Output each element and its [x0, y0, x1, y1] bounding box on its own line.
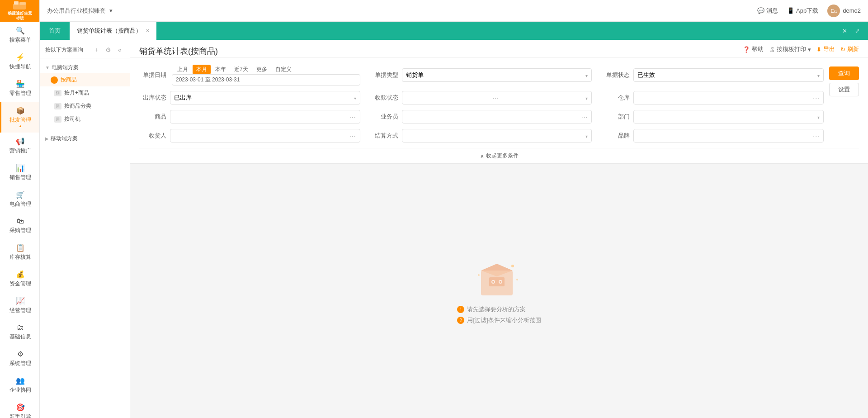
sidebar-item-guide[interactable]: 🎯 新手引导: [0, 399, 39, 418]
app-download-btn[interactable]: 📱 App下载: [787, 7, 818, 15]
doc-status-chevron: [817, 72, 820, 79]
receiver-label: 收货人: [139, 132, 166, 140]
sidebar-item-retail[interactable]: 🏪 零售管理: [0, 75, 39, 102]
doc-status-select[interactable]: 已生效: [633, 68, 824, 82]
receiver-field: 收货人: [139, 129, 360, 142]
filter-collapse-btn[interactable]: ∧ 收起更多条件: [139, 148, 859, 163]
svg-point-7: [511, 265, 514, 267]
date-prev-btn[interactable]: 上月: [174, 65, 192, 74]
date-range-display[interactable]: 2023-03-01 至 2023-03-31: [172, 74, 360, 86]
refresh-icon: ↻: [840, 46, 845, 53]
scheme-item-by-month-goods[interactable]: 囧 按月+商品: [40, 86, 130, 100]
warehouse-select[interactable]: [633, 91, 824, 104]
empty-box-svg: [472, 255, 526, 300]
sidebar-item-search[interactable]: 🔍 搜索菜单: [0, 22, 39, 48]
scheme-item-label: 按月+商品: [64, 89, 89, 97]
sidebar-item-label: 采购管理: [9, 227, 31, 234]
desktop-scheme-header[interactable]: ▼ 电脑端方案: [40, 62, 130, 73]
svg-marker-4: [481, 264, 513, 271]
app-name: 畅捷通好生意 标版: [8, 11, 32, 21]
sidebar-item-inventory[interactable]: 📋 库存核算: [0, 239, 39, 266]
out-status-select[interactable]: 已出库: [170, 91, 360, 104]
top-header: 办公用品行业模拟账套 ▾ 💬 消息 📱 App下载 Ea demo2: [40, 0, 868, 22]
sidebar-item-label: 资金管理: [9, 280, 31, 288]
date-control: 上月 本月 本年 近7天 更多 自定义 2023-03-01 至 2023-03…: [170, 65, 360, 86]
query-button[interactable]: 查询: [829, 66, 859, 80]
tab-close-icon[interactable]: ×: [146, 28, 149, 34]
home-tab-label: 首页: [49, 27, 61, 35]
sidebar-item-ecommerce[interactable]: 🛒 电商管理: [0, 186, 39, 213]
payment-status-select[interactable]: [402, 91, 592, 104]
help-btn[interactable]: ❓ 帮助: [743, 45, 764, 53]
doc-type-control: 销货单: [402, 68, 592, 82]
filter-panel: 按以下方案查询 + ⚙ « ▼ 电脑端方案 按商品 囧 按月+: [40, 40, 130, 418]
date-custom-btn[interactable]: 自定义: [272, 65, 295, 74]
sidebar-item-collab[interactable]: 👥 企业协同: [0, 372, 39, 399]
salesperson-select[interactable]: [402, 110, 592, 124]
sidebar-item-basic-info[interactable]: 🗂 基础信息: [0, 319, 39, 345]
tab-active[interactable]: 销货单统计表（按商品） ×: [70, 22, 156, 40]
scheme-item-by-driver[interactable]: 回 按司机: [40, 113, 130, 126]
goods-select[interactable]: [170, 110, 360, 124]
settlement-chevron: [585, 133, 588, 139]
sidebar-item-marketing[interactable]: 📢 营销推广: [0, 133, 39, 159]
scheme-item-label: 按商品分类: [64, 102, 91, 110]
sidebar-item-system[interactable]: ⚙ 系统管理: [0, 345, 39, 372]
settlement-select[interactable]: [402, 129, 592, 142]
date-week-btn[interactable]: 近7天: [231, 65, 252, 74]
out-status-label: 出库状态: [139, 94, 166, 102]
svg-point-9: [516, 279, 518, 280]
message-btn[interactable]: 💬 消息: [757, 7, 778, 15]
tab-home[interactable]: 首页: [40, 22, 70, 40]
payment-chevron: [585, 95, 588, 101]
filter-panel-header: 按以下方案查询 + ⚙ «: [40, 40, 130, 58]
setting-button[interactable]: 设置: [829, 83, 859, 96]
tab-close-window-btn[interactable]: ✕: [839, 25, 850, 36]
settlement-field: 结算方式: [371, 129, 592, 142]
page-header-actions: ❓ 帮助 🖨 按模板打印 ▾ ⬇ 导出 ↻ 刷新: [743, 45, 859, 57]
scheme-item-by-goods[interactable]: 按商品: [40, 73, 130, 86]
sidebar-item-wholesale[interactable]: 📦 批发管理 ▲: [0, 102, 39, 133]
scheme-settings-btn[interactable]: ⚙: [104, 45, 113, 54]
sidebar-item-finance[interactable]: 💰 资金管理: [0, 266, 39, 292]
sidebar-item-quick-nav[interactable]: ⚡ 快捷导航: [0, 48, 39, 75]
export-icon: ⬇: [816, 46, 821, 53]
department-field: 部门: [603, 110, 824, 124]
refresh-btn[interactable]: ↻ 刷新: [840, 45, 859, 53]
receiver-dots: [349, 132, 356, 139]
export-btn[interactable]: ⬇ 导出: [816, 45, 835, 53]
date-year-btn[interactable]: 本年: [212, 65, 230, 74]
tab-maximize-btn[interactable]: ⤢: [852, 25, 863, 36]
add-scheme-btn[interactable]: +: [92, 45, 101, 54]
date-field: 单据日期 上月 本月 本年 近7天 更多 自定义: [139, 65, 360, 86]
sidebar-item-sales[interactable]: 📊 销售管理: [0, 159, 39, 186]
empty-hints: 1 请先选择要分析的方案 2 用[过滤]条件来缩小分析范围: [457, 305, 541, 327]
sidebar: 畅捷通好生意 标版 🔍 搜索菜单 ⚡ 快捷导航 🏪 零售管理 📦 批发管理 ▲ …: [0, 0, 40, 418]
date-cur-btn[interactable]: 本月: [193, 65, 211, 74]
doc-type-label: 单据类型: [371, 71, 398, 79]
user-profile-btn[interactable]: Ea demo2: [827, 5, 861, 17]
content-body: 按以下方案查询 + ⚙ « ▼ 电脑端方案 按商品 囧 按月+: [40, 40, 868, 418]
collapse-panel-btn[interactable]: «: [115, 45, 124, 54]
svg-point-12: [492, 281, 494, 283]
sidebar-item-purchase[interactable]: 🛍 采购管理: [0, 213, 39, 239]
doc-type-chevron: [585, 72, 588, 79]
sidebar-item-label: 快捷导航: [9, 63, 31, 71]
finance-icon: 💰: [16, 270, 25, 279]
hint-text-2: 用[过滤]条件来缩小分析范围: [467, 316, 541, 324]
doc-type-select[interactable]: 销货单: [402, 68, 592, 82]
salesperson-label: 业务员: [371, 113, 398, 121]
scheme-item-by-category[interactable]: 回 按商品分类: [40, 100, 130, 113]
date-more-btn[interactable]: 更多: [253, 65, 271, 74]
workspace-selector[interactable]: 办公用品行业模拟账套 ▾: [47, 7, 113, 15]
brand-select[interactable]: [633, 129, 824, 142]
salesperson-dots: [581, 113, 588, 120]
mobile-scheme-header[interactable]: ▶ 移动端方案: [40, 133, 130, 144]
page-title: 销货单统计表(按商品): [139, 46, 218, 57]
sidebar-item-operations[interactable]: 📈 经营管理: [0, 292, 39, 319]
department-select[interactable]: [633, 110, 824, 124]
print-btn[interactable]: 🖨 按模板打印 ▾: [769, 45, 811, 53]
inventory-icon: 📋: [16, 243, 25, 252]
department-label: 部门: [603, 113, 630, 121]
receiver-select[interactable]: [170, 129, 360, 142]
